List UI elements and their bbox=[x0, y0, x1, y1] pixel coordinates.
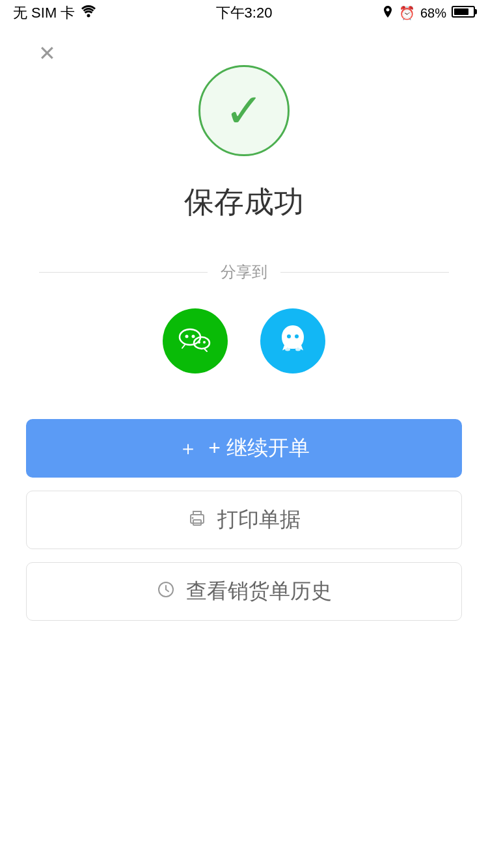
status-left: 无 SIM 卡 bbox=[13, 3, 97, 23]
divider-left bbox=[39, 272, 208, 273]
svg-point-3 bbox=[185, 335, 189, 338]
history-button[interactable]: 查看销货单历史 bbox=[26, 562, 462, 621]
share-label: 分享到 bbox=[208, 262, 280, 282]
share-wechat-button[interactable] bbox=[163, 308, 228, 373]
checkmark-icon: ✓ bbox=[224, 87, 264, 134]
status-bar: 无 SIM 卡 下午3:20 ⏰ 68% bbox=[0, 0, 488, 26]
svg-point-7 bbox=[285, 348, 290, 351]
success-circle: ✓ bbox=[198, 65, 290, 156]
close-button[interactable]: ✕ bbox=[33, 39, 61, 68]
close-icon: ✕ bbox=[38, 43, 56, 64]
status-time: 下午3:20 bbox=[216, 3, 273, 23]
print-label: 打印单据 bbox=[217, 506, 301, 534]
share-qq-button[interactable] bbox=[260, 308, 325, 373]
svg-point-6 bbox=[203, 341, 206, 344]
battery-icon bbox=[452, 6, 475, 21]
print-button[interactable]: 打印单据 bbox=[26, 491, 462, 549]
continue-button[interactable]: ＋ + 继续开单 bbox=[26, 419, 462, 478]
svg-point-4 bbox=[192, 335, 195, 338]
divider-right bbox=[280, 272, 449, 273]
wifi-icon bbox=[80, 5, 97, 21]
svg-point-8 bbox=[295, 348, 301, 351]
alarm-icon: ⏰ bbox=[399, 5, 415, 21]
printer-icon bbox=[187, 508, 207, 532]
action-buttons: ＋ + 继续开单 打印单据 查看销货单历史 bbox=[0, 419, 488, 621]
svg-point-1 bbox=[180, 329, 200, 345]
location-icon bbox=[382, 6, 394, 21]
svg-point-10 bbox=[295, 334, 299, 338]
svg-point-0 bbox=[87, 14, 90, 18]
svg-point-9 bbox=[287, 334, 291, 338]
clock-icon bbox=[156, 580, 176, 604]
battery-percent: 68% bbox=[420, 6, 446, 21]
qq-icon bbox=[273, 321, 312, 360]
plus-icon: ＋ bbox=[178, 435, 198, 462]
svg-point-13 bbox=[192, 517, 194, 519]
sim-label: 无 SIM 卡 bbox=[13, 3, 75, 23]
continue-label: + 继续开单 bbox=[208, 434, 310, 463]
success-title: 保存成功 bbox=[184, 182, 304, 223]
main-content: ✓ 保存成功 分享到 bbox=[0, 26, 488, 621]
share-divider: 分享到 bbox=[0, 262, 488, 282]
status-right: ⏰ 68% bbox=[382, 5, 475, 21]
wechat-icon bbox=[176, 321, 215, 360]
svg-point-5 bbox=[198, 341, 200, 344]
history-label: 查看销货单历史 bbox=[186, 577, 332, 606]
share-icons-container bbox=[163, 308, 325, 373]
